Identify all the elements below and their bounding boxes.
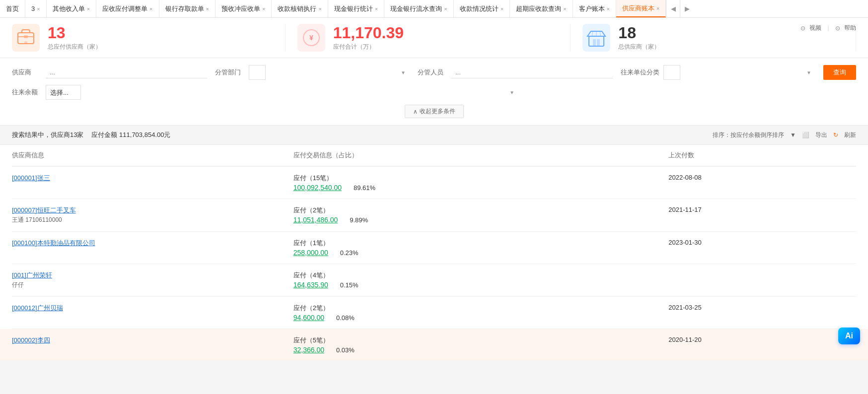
supplier-link[interactable]: [000002]李四 bbox=[12, 336, 293, 345]
video-link[interactable]: 视频 bbox=[809, 24, 821, 32]
nav-tab-collection-exec[interactable]: 收款核销执行 × bbox=[272, 0, 328, 17]
collapse-up-icon: ∧ bbox=[413, 108, 418, 115]
nav-tab-advance-offset[interactable]: 预收冲应收单 × bbox=[216, 0, 272, 17]
supplier-sub-info: 仔仔 bbox=[12, 281, 293, 289]
tx-amount[interactable]: 164,635.90 bbox=[293, 281, 328, 289]
nav-tab-overdue-query-label: 超期应收款查询 bbox=[516, 4, 561, 13]
nav-tab-collection-stat[interactable]: 收款情况统计 × bbox=[454, 0, 510, 17]
filter-person: 分管人员 bbox=[418, 66, 613, 78]
filter-balance: 往来余额 选择... bbox=[12, 85, 518, 100]
refresh-button[interactable]: 刷新 bbox=[844, 131, 856, 139]
nav-tab-advance-offset-label: 预收冲应收单 bbox=[221, 4, 260, 13]
filter-row-2: 往来余额 选择... bbox=[12, 85, 856, 100]
nav-tab-overdue-query[interactable]: 超期应收款查询 × bbox=[510, 0, 573, 17]
tx-percent: 0.03% bbox=[336, 346, 355, 354]
stats-bar: 13 总应付供应商（家） ¥ 11,170.39 应付合计（万） bbox=[0, 18, 868, 58]
stat-total-payable-amount: ¥ 11,170.39 应付合计（万） bbox=[286, 24, 571, 52]
close-icon[interactable]: × bbox=[375, 6, 378, 12]
last-pay-date: 2021-03-25 bbox=[668, 304, 702, 311]
nav-tab-3[interactable]: 3 × bbox=[25, 0, 47, 17]
tx-amount[interactable]: 258,000.00 bbox=[293, 249, 328, 257]
close-icon[interactable]: × bbox=[206, 6, 209, 12]
supplier-link[interactable]: [000012]广州贝瑞 bbox=[12, 304, 293, 313]
supplier-info-col: [000012]广州贝瑞 bbox=[12, 304, 293, 313]
close-icon[interactable]: × bbox=[444, 6, 447, 12]
close-icon[interactable]: × bbox=[318, 6, 321, 12]
result-supplier-count: 搜索结果中，供应商13家 bbox=[12, 131, 83, 139]
tx-amount[interactable]: 100,092,540.00 bbox=[293, 184, 342, 192]
nav-tab-other-income[interactable]: 其他收入单 × bbox=[47, 0, 96, 17]
nav-tab-other-income-label: 其他收入单 bbox=[53, 4, 85, 13]
ai-button[interactable]: Ai bbox=[838, 328, 860, 344]
supplier-filter-input[interactable] bbox=[46, 66, 207, 78]
last-pay-date: 2020-11-20 bbox=[668, 336, 702, 343]
close-icon[interactable]: × bbox=[87, 6, 90, 12]
nav-tab-bank-deposit[interactable]: 银行存取款单 × bbox=[159, 0, 216, 17]
filter-dept: 分管部门 bbox=[215, 65, 410, 80]
dept-select-wrapper bbox=[249, 65, 410, 80]
refresh-icon: ↻ bbox=[833, 131, 838, 138]
dept-filter-label: 分管部门 bbox=[215, 68, 245, 77]
balance-filter-select[interactable]: 选择... bbox=[46, 85, 81, 100]
tx-percent: 0.08% bbox=[336, 314, 355, 322]
stat-payable-supplier-label: 总应付供应商（家） bbox=[48, 43, 101, 51]
result-amount: 应付金额 111,703,854.00元 bbox=[91, 131, 170, 139]
table-row: [000100]本特勤油品有限公司 应付（1笔） 258,000.00 0.23… bbox=[12, 232, 856, 264]
header-lastpay: 上次付数 bbox=[668, 151, 856, 160]
close-icon[interactable]: × bbox=[501, 6, 504, 12]
svg-rect-7 bbox=[593, 39, 596, 46]
category-filter-select[interactable] bbox=[663, 65, 680, 80]
stat-store-icon bbox=[582, 24, 610, 52]
header-supplier: 供应商信息 bbox=[12, 151, 293, 160]
supplier-info-col: [001]广州荣轩 仔仔 bbox=[12, 271, 293, 289]
nav-tab-customer-account[interactable]: 客户账本 × bbox=[573, 0, 616, 17]
nav-tab-supplier-account[interactable]: 供应商账本 × bbox=[616, 0, 666, 17]
sort-chevron-icon: ▼ bbox=[790, 131, 796, 138]
supplier-link[interactable]: [000100]本特勤油品有限公司 bbox=[12, 239, 293, 248]
close-icon[interactable]: × bbox=[37, 6, 40, 12]
query-button[interactable]: 查询 bbox=[823, 65, 856, 80]
nav-tab-cashflow-query-label: 现金银行流水查询 bbox=[390, 4, 442, 13]
supplier-link[interactable]: [000007]恒旺二手叉车 bbox=[12, 206, 293, 215]
transaction-col: 应付（2笔） 11,051,486.00 9.89% bbox=[293, 206, 669, 224]
last-pay-date: 2023-01-30 bbox=[668, 239, 702, 246]
tx-amount[interactable]: 94,600.00 bbox=[293, 314, 324, 322]
nav-tab-cashflow-query[interactable]: 现金银行流水查询 × bbox=[384, 0, 453, 17]
supplier-link[interactable]: [000001]张三 bbox=[12, 174, 293, 183]
nav-prev-arrow[interactable]: ◀ bbox=[666, 0, 680, 17]
help-link[interactable]: 帮助 bbox=[844, 24, 856, 32]
supplier-link[interactable]: [001]广州荣轩 bbox=[12, 271, 293, 280]
stat-payable-supplier-number: 13 bbox=[48, 25, 101, 41]
nav-tab-ar-adjust[interactable]: 应收应付调整单 × bbox=[96, 0, 159, 17]
stat-payable-amount-label: 应付合计（万） bbox=[333, 43, 404, 51]
close-icon[interactable]: × bbox=[656, 5, 659, 11]
collapse-filter-button[interactable]: ∧ 收起更多条件 bbox=[405, 105, 464, 118]
stat-supplier-icon bbox=[12, 24, 40, 52]
dept-filter-select[interactable] bbox=[249, 65, 266, 80]
nav-tab-cash-bank-stat[interactable]: 现金银行统计 × bbox=[328, 0, 384, 17]
close-icon[interactable]: × bbox=[149, 6, 152, 12]
person-filter-input[interactable] bbox=[451, 66, 613, 78]
result-bar: 搜索结果中，供应商13家 应付金额 111,703,854.00元 排序：按应付… bbox=[0, 126, 868, 145]
supplier-info-col: [000001]张三 bbox=[12, 174, 293, 183]
table-row: [000002]李四 应付（5笔） 32,366.00 0.03% 2020-1… bbox=[0, 329, 868, 361]
tx-label: 应付（15笔） bbox=[293, 174, 669, 183]
nav-tab-home[interactable]: 首页 bbox=[0, 0, 25, 17]
export-button[interactable]: 导出 bbox=[815, 131, 827, 139]
close-icon[interactable]: × bbox=[563, 6, 566, 12]
tx-amount[interactable]: 32,366.00 bbox=[293, 346, 324, 354]
tx-percent: 89.61% bbox=[354, 184, 375, 192]
supplier-filter-label: 供应商 bbox=[12, 68, 42, 77]
tx-label: 应付（2笔） bbox=[293, 206, 669, 215]
svg-rect-8 bbox=[597, 39, 600, 46]
filter-area: 供应商 分管部门 分管人员 往来单位分类 查询 bbox=[0, 58, 868, 126]
balance-filter-label: 往来余额 bbox=[12, 88, 42, 97]
tx-amount[interactable]: 11,051,486.00 bbox=[293, 216, 338, 224]
close-icon[interactable]: × bbox=[262, 6, 265, 12]
last-pay-date: 2022-08-08 bbox=[668, 174, 702, 181]
close-icon[interactable]: × bbox=[607, 6, 610, 12]
nav-next-arrow[interactable]: ▶ bbox=[680, 0, 694, 17]
lastpay-col: 2021-11-17 bbox=[668, 206, 856, 213]
table-row: [001]广州荣轩 仔仔 应付（4笔） 164,635.90 0.15% bbox=[12, 264, 856, 297]
header-transaction: 应付交易信息（占比） bbox=[293, 151, 669, 160]
